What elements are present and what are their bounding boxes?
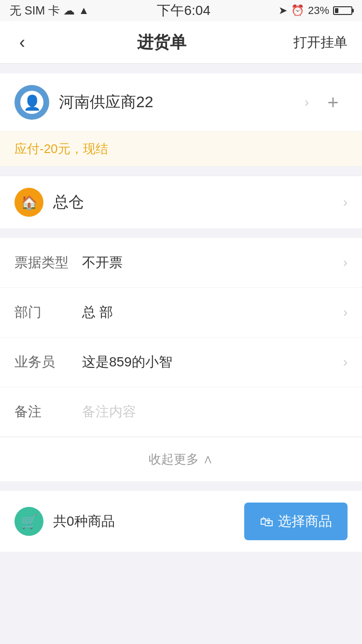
salesperson-value: 这是859的小智 <box>77 353 343 371</box>
battery-bar <box>333 6 352 15</box>
supplier-name: 河南供应商22 <box>59 92 305 113</box>
invoice-type-row[interactable]: 票据类型 不开票 › <box>0 238 362 288</box>
warehouse-icon: 🏠 <box>21 195 38 210</box>
person-icon: 👤 <box>23 94 41 111</box>
top-divider <box>0 64 362 73</box>
warehouse-section: 🏠 总仓 › <box>0 176 362 228</box>
warehouse-name: 总仓 <box>53 192 343 213</box>
invoice-type-label: 票据类型 <box>14 253 77 272</box>
sim-label: 无 SIM 卡 ☁ <box>10 3 75 18</box>
select-goods-icon: 🛍 <box>260 514 273 530</box>
add-button[interactable]: + <box>319 88 348 117</box>
status-left: 无 SIM 卡 ☁ ▲ <box>10 3 89 18</box>
supplier-section: 👤 河南供应商22 › + 应付-20元，现结 <box>0 73 362 166</box>
supplier-row[interactable]: 👤 河南供应商22 › + <box>0 73 362 132</box>
page-footer <box>0 552 362 644</box>
chevron-right-icon: › <box>343 354 348 370</box>
remark-input[interactable]: 备注内容 <box>77 403 348 421</box>
back-button[interactable]: ‹ <box>14 28 30 57</box>
department-value: 总 部 <box>77 303 343 322</box>
bottom-section: 🛒 共0种商品 🛍 选择商品 <box>0 491 362 552</box>
status-bar: 无 SIM 卡 ☁ ▲ 下午6:04 ➤ ⏰ 23% <box>0 0 362 21</box>
invoice-type-value: 不开票 <box>77 253 343 272</box>
product-icon-wrap: 🛒 <box>14 507 43 536</box>
chevron-right-icon: › <box>343 255 348 270</box>
battery-percent: 23% <box>308 4 329 17</box>
battery-fill <box>335 8 338 13</box>
wifi-icon: ▲ <box>79 4 89 17</box>
nav-bar: ‹ 进货单 打开挂单 <box>0 21 362 64</box>
status-right: ➤ ⏰ 23% <box>278 4 352 17</box>
warehouse-icon-wrap: 🏠 <box>14 188 43 217</box>
department-row[interactable]: 部门 总 部 › <box>0 288 362 337</box>
page-title: 进货单 <box>137 31 186 54</box>
warehouse-row[interactable]: 🏠 总仓 › <box>0 176 362 228</box>
location-icon: ➤ <box>278 4 287 17</box>
salesperson-label: 业务员 <box>14 353 77 371</box>
avatar: 👤 <box>14 85 49 120</box>
alarm-icon: ⏰ <box>291 4 304 17</box>
cart-icon: 🛒 <box>21 514 38 530</box>
salesperson-row[interactable]: 业务员 这是859的小智 › <box>0 337 362 387</box>
chevron-right-icon: › <box>305 95 309 110</box>
product-count: 共0种商品 <box>53 512 244 531</box>
chevron-right-icon: › <box>343 305 348 320</box>
remark-row[interactable]: 备注 备注内容 <box>0 387 362 437</box>
collapse-button[interactable]: 收起更多 ∧ <box>0 437 362 481</box>
select-goods-button[interactable]: 🛍 选择商品 <box>244 503 348 540</box>
form-section: 票据类型 不开票 › 部门 总 部 › 业务员 这是859的小智 › 备注 备注… <box>0 238 362 481</box>
chevron-right-icon: › <box>343 195 348 210</box>
department-label: 部门 <box>14 303 77 322</box>
notice-row: 应付-20元，现结 <box>0 132 362 166</box>
remark-label: 备注 <box>14 403 77 421</box>
select-goods-label: 选择商品 <box>278 512 332 531</box>
status-time: 下午6:04 <box>157 1 210 20</box>
open-pending-button[interactable]: 打开挂单 <box>293 33 348 52</box>
